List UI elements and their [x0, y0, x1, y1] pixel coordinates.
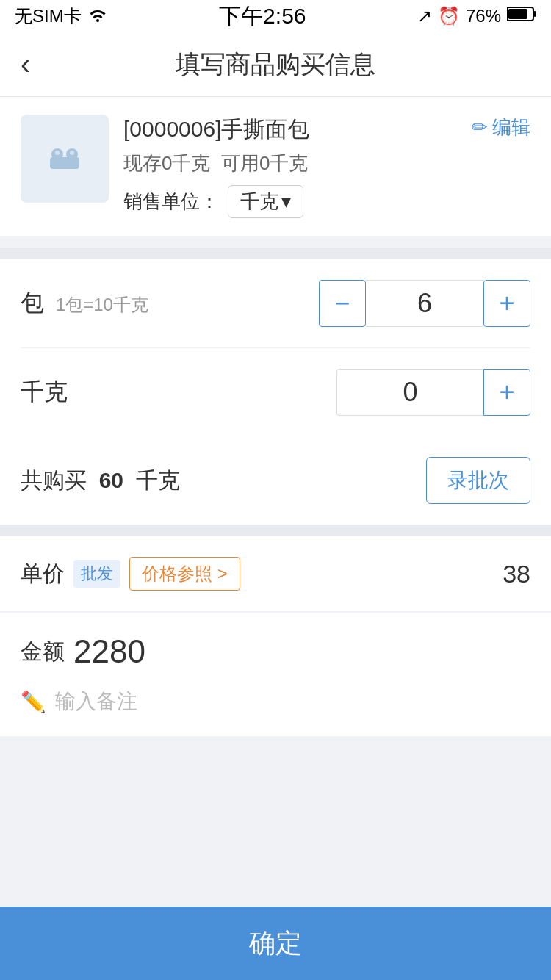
- note-placeholder: 输入备注: [55, 688, 137, 716]
- price-row: 单价 批发 价格参照 > 38: [0, 536, 551, 611]
- svg-rect-5: [50, 157, 79, 169]
- back-button[interactable]: ‹: [21, 48, 30, 81]
- price-label: 单价: [21, 559, 65, 589]
- page-title: 填写商品购买信息: [176, 48, 375, 82]
- pencil-icon: ✏️: [21, 690, 46, 714]
- package-label: 包 1包=10千克: [21, 287, 148, 320]
- batch-tag: 批发: [73, 560, 120, 588]
- kilo-increment-button[interactable]: +: [483, 369, 530, 416]
- section-divider-2: [0, 525, 551, 536]
- amount-row: 金额 2280: [21, 633, 530, 670]
- svg-rect-2: [508, 9, 527, 19]
- svg-point-7: [70, 151, 74, 155]
- dropdown-icon: ▾: [281, 190, 291, 213]
- confirm-button[interactable]: 确定: [0, 907, 551, 980]
- svg-rect-1: [533, 11, 536, 17]
- amount-value: 2280: [73, 633, 145, 670]
- battery-icon: [507, 6, 536, 26]
- edit-button[interactable]: ✏ 编辑: [472, 115, 530, 140]
- status-left: 无SIM卡: [15, 4, 108, 28]
- product-unit-row: 销售单位： 千克 ▾: [123, 185, 530, 218]
- product-thumbnail: [21, 115, 109, 203]
- product-info: [0000006]手撕面包 现存0千克 可用0千克 销售单位： 千克 ▾: [123, 115, 530, 218]
- wifi-icon: [87, 6, 108, 26]
- amount-section: 金额 2280 ✏️ 输入备注: [0, 613, 551, 736]
- kilo-input[interactable]: [336, 369, 483, 416]
- section-divider-1: [0, 248, 551, 259]
- status-right: ↗ ⏰ 76%: [417, 6, 536, 26]
- package-input[interactable]: [366, 280, 483, 327]
- location-icon: ↗: [417, 6, 432, 26]
- input-section: 包 1包=10千克 − + 千克 +: [0, 259, 551, 436]
- status-time: 下午2:56: [219, 1, 306, 32]
- confirm-label: 确定: [249, 926, 302, 962]
- unit-label: 销售单位：: [123, 189, 219, 215]
- price-value: 38: [503, 560, 530, 588]
- status-bar: 无SIM卡 下午2:56 ↗ ⏰ 76%: [0, 0, 551, 32]
- package-stepper: − +: [319, 280, 530, 327]
- unit-select[interactable]: 千克 ▾: [228, 185, 303, 218]
- battery-text: 76%: [466, 6, 501, 26]
- product-card: [0000006]手撕面包 现存0千克 可用0千克 销售单位： 千克 ▾ ✏ 编…: [0, 97, 551, 236]
- price-ref-button[interactable]: 价格参照 >: [129, 557, 240, 591]
- package-decrement-button[interactable]: −: [319, 280, 366, 327]
- nav-bar: ‹ 填写商品购买信息: [0, 32, 551, 97]
- batch-button[interactable]: 录批次: [426, 457, 530, 504]
- edit-icon: ✏: [472, 116, 488, 139]
- total-text: 共购买 60 千克: [21, 466, 180, 496]
- alarm-icon: ⏰: [438, 6, 460, 26]
- package-row: 包 1包=10千克 − +: [21, 259, 530, 348]
- price-section: 单价 批发 价格参照 > 38: [0, 536, 551, 611]
- carrier-text: 无SIM卡: [15, 4, 82, 28]
- amount-label: 金额: [21, 637, 65, 667]
- price-left: 单价 批发 价格参照 >: [21, 557, 240, 591]
- note-row[interactable]: ✏️ 输入备注: [21, 682, 530, 716]
- kilo-stepper: +: [336, 369, 530, 416]
- svg-point-6: [55, 151, 60, 155]
- product-stock: 现存0千克 可用0千克: [123, 151, 530, 176]
- product-name: [0000006]手撕面包: [123, 115, 530, 145]
- kilo-row: 千克 +: [21, 348, 530, 436]
- package-sublabel: 1包=10千克: [56, 295, 148, 314]
- kilo-label: 千克: [21, 376, 68, 408]
- total-section: 共购买 60 千克 录批次: [0, 436, 551, 525]
- package-increment-button[interactable]: +: [483, 280, 530, 327]
